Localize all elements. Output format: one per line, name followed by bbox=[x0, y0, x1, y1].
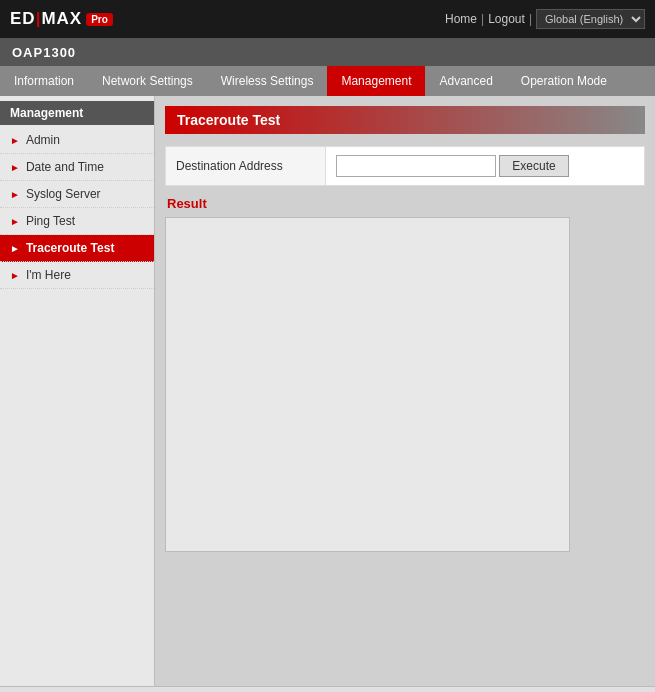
sidebar-item-admin[interactable]: ► Admin bbox=[0, 127, 154, 154]
nav-operation-mode[interactable]: Operation Mode bbox=[507, 66, 621, 96]
sidebar: Management ► Admin ► Date and Time ► Sys… bbox=[0, 96, 155, 686]
sidebar-item-ping-test[interactable]: ► Ping Test bbox=[0, 208, 154, 235]
execute-button[interactable]: Execute bbox=[499, 155, 568, 177]
chevron-right-icon: ► bbox=[10, 189, 20, 200]
result-label: Result bbox=[165, 196, 645, 211]
chevron-right-icon: ► bbox=[10, 162, 20, 173]
nav-advanced[interactable]: Advanced bbox=[425, 66, 506, 96]
sidebar-item-label: Admin bbox=[26, 133, 60, 147]
destination-address-label: Destination Address bbox=[166, 147, 326, 186]
home-link[interactable]: Home bbox=[445, 12, 477, 26]
footer: Copyright 2017 © EDIMAX Technology Co., … bbox=[0, 686, 655, 692]
chevron-right-icon: ► bbox=[10, 243, 20, 254]
logout-link[interactable]: Logout bbox=[488, 12, 525, 26]
device-bar: OAP1300 bbox=[0, 38, 655, 66]
nav-management[interactable]: Management bbox=[327, 66, 425, 96]
nav-bar: Information Network Settings Wireless Se… bbox=[0, 66, 655, 96]
page-title: Traceroute Test bbox=[165, 106, 645, 134]
sidebar-item-label: Date and Time bbox=[26, 160, 104, 174]
sidebar-item-label: I'm Here bbox=[26, 268, 71, 282]
device-model: OAP1300 bbox=[12, 45, 76, 60]
destination-address-cell: Execute bbox=[326, 147, 645, 186]
main-layout: Management ► Admin ► Date and Time ► Sys… bbox=[0, 96, 655, 686]
sidebar-item-label: Syslog Server bbox=[26, 187, 101, 201]
nav-wireless-settings[interactable]: Wireless Settings bbox=[207, 66, 328, 96]
sidebar-title: Management bbox=[0, 101, 154, 125]
destination-address-input[interactable] bbox=[336, 155, 496, 177]
chevron-right-icon: ► bbox=[10, 216, 20, 227]
sep1: | bbox=[481, 12, 484, 26]
language-select[interactable]: Global (English) 中文(繁體) 中文(简体) bbox=[536, 9, 645, 29]
sidebar-item-label: Traceroute Test bbox=[26, 241, 114, 255]
logo-area: ED|MAX Pro bbox=[10, 9, 113, 29]
content-area: Traceroute Test Destination Address Exec… bbox=[155, 96, 655, 686]
logo-text: ED|MAX bbox=[10, 9, 82, 29]
header: ED|MAX Pro Home | Logout | Global (Engli… bbox=[0, 0, 655, 38]
traceroute-form-table: Destination Address Execute bbox=[165, 146, 645, 186]
sidebar-item-traceroute-test[interactable]: ► Traceroute Test bbox=[0, 235, 154, 262]
sidebar-item-syslog-server[interactable]: ► Syslog Server bbox=[0, 181, 154, 208]
logo-pro: Pro bbox=[86, 13, 113, 26]
chevron-right-icon: ► bbox=[10, 270, 20, 281]
sidebar-item-im-here[interactable]: ► I'm Here bbox=[0, 262, 154, 289]
chevron-right-icon: ► bbox=[10, 135, 20, 146]
result-box bbox=[165, 217, 570, 552]
sep2: | bbox=[529, 12, 532, 26]
nav-information[interactable]: Information bbox=[0, 66, 88, 96]
sidebar-item-date-and-time[interactable]: ► Date and Time bbox=[0, 154, 154, 181]
sidebar-item-label: Ping Test bbox=[26, 214, 75, 228]
header-links: Home | Logout | Global (English) 中文(繁體) … bbox=[445, 9, 645, 29]
nav-network-settings[interactable]: Network Settings bbox=[88, 66, 207, 96]
